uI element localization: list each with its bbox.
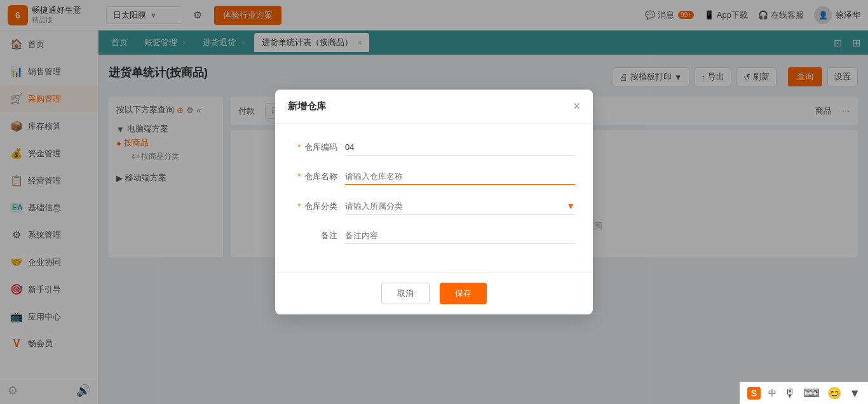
code-label: * 仓库编码 <box>293 142 337 153</box>
dialog-close-button[interactable]: × <box>573 100 580 113</box>
category-arrow-icon: ▼ <box>566 201 575 211</box>
new-warehouse-dialog: 新增仓库 × * 仓库编码 * 仓库名称 <box>275 90 593 314</box>
remark-field-row: 备注 <box>293 227 575 244</box>
s-logo: S <box>747 387 761 400</box>
more-icon[interactable]: ▼ <box>849 387 860 400</box>
category-input[interactable] <box>345 201 566 211</box>
name-input[interactable] <box>345 168 575 185</box>
save-button[interactable]: 保存 <box>440 283 487 304</box>
remark-input[interactable] <box>345 227 575 244</box>
category-label: * 仓库分类 <box>293 201 337 212</box>
dialog-overlay[interactable]: 新增仓库 × * 仓库编码 * 仓库名称 <box>0 0 868 404</box>
code-field-row: * 仓库编码 <box>293 139 575 156</box>
category-field-row: * 仓库分类 ▼ <box>293 198 575 215</box>
zh-label: 中 <box>768 387 776 399</box>
emoji-icon[interactable]: 😊 <box>827 386 841 400</box>
dialog-title: 新增仓库 <box>288 100 326 112</box>
category-select[interactable]: ▼ <box>345 198 575 215</box>
keyboard-icon[interactable]: ⌨ <box>803 386 820 400</box>
mic-icon[interactable]: 🎙 <box>784 387 796 400</box>
bottom-bar: S 中 🎙 ⌨ 😊 ▼ <box>740 382 868 404</box>
dialog-body: * 仓库编码 * 仓库名称 * 仓库分类 <box>275 124 593 272</box>
name-field-row: * 仓库名称 <box>293 168 575 185</box>
code-input[interactable] <box>345 139 575 156</box>
remark-label: 备注 <box>293 230 337 241</box>
cancel-button[interactable]: 取消 <box>381 283 430 304</box>
dialog-header: 新增仓库 × <box>275 90 593 124</box>
name-label: * 仓库名称 <box>293 171 337 182</box>
dialog-footer: 取消 保存 <box>275 272 593 314</box>
